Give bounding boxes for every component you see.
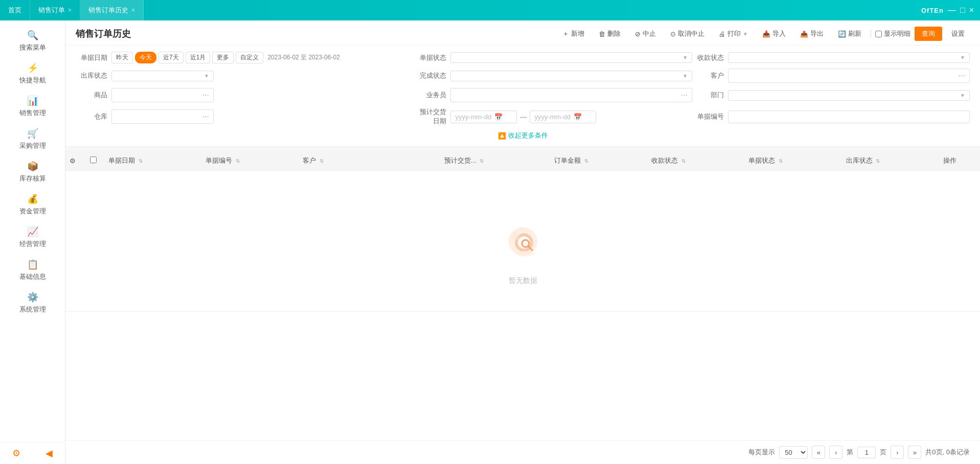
col-customer-header[interactable]: 客户 ⇅ <box>299 151 440 171</box>
sidebar-item-finance[interactable]: 💰 资金管理 <box>0 188 65 221</box>
sidebar-item-purchase[interactable]: 🛒 采购管理 <box>0 123 65 156</box>
tab-sales-order[interactable]: 销售订单 × <box>30 0 80 20</box>
col-date-header[interactable]: 单据日期 ⇅ <box>104 151 201 171</box>
first-page-icon: « <box>817 449 821 456</box>
salesperson-label: 业务员 <box>415 91 450 100</box>
window-expand-btn[interactable]: □ <box>960 6 965 15</box>
col-outbound-sort-icon: ⇅ <box>876 158 880 164</box>
export-button[interactable]: 📤 导出 <box>795 27 829 41</box>
department-select[interactable]: ▼ <box>728 90 970 101</box>
cancel-stop-button[interactable]: ⊙ 取消中止 <box>665 27 710 41</box>
customer-dots-icon[interactable]: ··· <box>959 71 965 80</box>
col-number-header[interactable]: 单据编号 ⇅ <box>201 151 299 171</box>
bill-status-select[interactable]: ▼ <box>450 52 692 63</box>
salesperson-dots-icon[interactable]: ··· <box>681 91 688 100</box>
sidebar-item-basic-info[interactable]: 📋 基础信息 <box>0 254 65 286</box>
tab-sales-history[interactable]: 销售订单历史 × <box>80 0 144 20</box>
prev-page-icon: ‹ <box>835 449 837 456</box>
product-dots-icon[interactable]: ··· <box>202 91 209 100</box>
complete-select[interactable]: ▼ <box>450 71 692 81</box>
outbound-select[interactable]: ▼ <box>111 71 214 81</box>
sidebar-item-inventory[interactable]: 📦 库存核算 <box>0 156 65 188</box>
col-amount-header[interactable]: 订单金额 ⇅ <box>550 151 647 171</box>
display-toggle[interactable]: 显示明细 <box>875 29 910 38</box>
collapse-area: 🔼 收起更多条件 <box>76 131 970 140</box>
tab-bar: 首页 销售订单 × 销售订单历史 × <box>0 0 144 20</box>
brand-label: OfTEn <box>921 7 944 14</box>
tab-sales-order-close[interactable]: × <box>68 7 72 14</box>
import-icon: 📥 <box>762 30 770 38</box>
date-custom-btn[interactable]: 自定义 <box>236 52 263 63</box>
filter-row-2: 出库状态 ▼ 完成状态 ▼ 客户 <box>76 69 970 83</box>
bill-number-label: 单据编号 <box>692 112 728 121</box>
sidebar: 🔍 搜索菜单 ⚡ 快捷导航 📊 销售管理 🛒 采购管理 📦 库存核算 💰 资金管… <box>0 20 65 464</box>
sidebar-item-system[interactable]: ⚙️ 系统管理 <box>0 286 65 319</box>
last-page-btn[interactable]: » <box>908 446 921 459</box>
sidebar-settings-icon[interactable]: ⚙ <box>12 448 20 459</box>
date-7days-btn[interactable]: 近7天 <box>158 52 184 63</box>
date-control: 昨天 今天 近7天 近1月 更多 自定义 2023-06-02 至 2023-0… <box>111 52 415 63</box>
date-btn-group: 昨天 今天 近7天 近1月 更多 自定义 <box>111 52 263 63</box>
display-toggle-checkbox[interactable] <box>875 31 882 37</box>
filter-section-bill-number: 单据编号 <box>692 111 970 123</box>
date-1month-btn[interactable]: 近1月 <box>186 52 211 63</box>
window-minimize-btn[interactable]: — <box>948 6 956 15</box>
col-bill-status-header[interactable]: 单据状态 ⇅ <box>744 151 841 171</box>
filter-settings-button[interactable]: 设置 <box>946 27 970 41</box>
col-payment-status-header[interactable]: 收款状态 ⇅ <box>647 151 744 171</box>
tab-home[interactable]: 首页 <box>0 0 30 20</box>
first-page-btn[interactable]: « <box>812 446 825 459</box>
customer-select[interactable]: ··· <box>728 69 970 83</box>
table-header: ⚙ 单据日期 ⇅ 单据编号 ⇅ <box>65 151 980 171</box>
window-close-btn[interactable]: × <box>969 6 974 15</box>
prev-page-btn[interactable]: ‹ <box>829 446 842 459</box>
col-date-label: 单据日期 <box>108 157 135 164</box>
sidebar-item-sales[interactable]: 📊 销售管理 <box>0 90 65 123</box>
stop-button[interactable]: ⊘ 中止 <box>630 27 661 41</box>
warehouse-select[interactable]: ··· <box>111 109 214 124</box>
tab-sales-order-label: 销售订单 <box>38 6 65 15</box>
tab-sales-history-close[interactable]: × <box>131 7 135 14</box>
sidebar-item-operations[interactable]: 📈 经营管理 <box>0 221 65 254</box>
sidebar-item-quicknav[interactable]: ⚡ 快捷导航 <box>0 57 65 90</box>
sidebar-item-search[interactable]: 🔍 搜索菜单 <box>0 25 65 57</box>
delivery-date-to[interactable]: yyyy-mm-dd 📅 <box>530 111 596 123</box>
select-all-checkbox[interactable] <box>90 157 97 163</box>
filter-row-4: 仓库 ··· 预计交货日期 yyyy-mm-dd 📅 — yyyy-mm-dd <box>76 107 970 126</box>
sidebar-collapse-icon[interactable]: ◀ <box>45 448 53 459</box>
date-yesterday-btn[interactable]: 昨天 <box>111 52 133 63</box>
page-input[interactable] <box>857 447 876 458</box>
query-button[interactable]: 查询 <box>915 27 942 41</box>
date-today-btn[interactable]: 今天 <box>135 52 156 63</box>
col-settings[interactable]: ⚙ <box>65 151 86 171</box>
empty-illustration <box>497 217 549 268</box>
col-outbound-header[interactable]: 出库状态 ⇅ <box>842 151 939 171</box>
sidebar-item-basic-info-label: 基础信息 <box>19 272 46 281</box>
refresh-button[interactable]: 🔄 刷新 <box>833 27 867 41</box>
table-area: ⚙ 单据日期 ⇅ 单据编号 ⇅ <box>65 151 980 440</box>
salesperson-select[interactable]: ··· <box>450 88 692 102</box>
col-outbound-label: 出库状态 <box>846 157 873 164</box>
warehouse-dots-icon[interactable]: ··· <box>202 112 209 121</box>
print-label: 打印 <box>727 29 741 38</box>
filter-section-product: 商品 ··· <box>76 88 415 102</box>
import-button[interactable]: 📥 导入 <box>757 27 791 41</box>
col-delivery-header[interactable]: 预计交货... ⇅ <box>440 151 550 171</box>
calendar-from-icon[interactable]: 📅 <box>494 113 503 121</box>
product-select[interactable]: ··· <box>111 88 214 102</box>
table-settings-icon[interactable]: ⚙ <box>70 157 76 165</box>
date-more-btn[interactable]: 更多 <box>212 52 234 63</box>
delivery-date-from[interactable]: yyyy-mm-dd 📅 <box>450 111 517 123</box>
delete-button[interactable]: 🗑 删除 <box>594 27 626 41</box>
payment-status-select[interactable]: ▼ <box>728 52 970 63</box>
next-page-btn[interactable]: › <box>891 446 904 459</box>
collapse-btn[interactable]: 🔼 收起更多条件 <box>76 131 970 140</box>
add-button[interactable]: ＋ 新增 <box>557 27 589 41</box>
col-check[interactable] <box>86 151 104 171</box>
stop-icon: ⊘ <box>635 30 641 38</box>
calendar-to-icon[interactable]: 📅 <box>574 113 582 121</box>
page-size-select[interactable]: 50 100 200 <box>779 446 808 459</box>
print-button[interactable]: 🖨 打印 ▼ <box>714 27 753 41</box>
import-label: 导入 <box>772 29 786 38</box>
bill-number-input[interactable] <box>728 111 970 123</box>
